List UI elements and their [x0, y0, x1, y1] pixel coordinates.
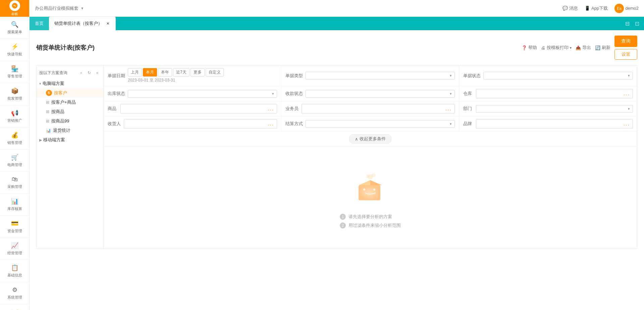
sidebar-item-ecommerce[interactable]: 🛒 电商管理	[0, 150, 29, 172]
refresh-icon: 🔄	[595, 45, 600, 50]
filter-row-4: 收货人 ... 结算方式 ▾	[104, 116, 637, 132]
brand-select[interactable]: ...	[476, 119, 633, 128]
order-type-select[interactable]: ▾	[306, 72, 455, 80]
app-download-icon: 📱	[585, 6, 590, 11]
tree-mobile-group[interactable]: ▶ 移动端方案	[37, 135, 103, 145]
settings-button[interactable]: 设置	[614, 49, 637, 60]
warehouse-select[interactable]: ...	[476, 89, 633, 98]
date-label: 单据日期	[108, 73, 125, 79]
tab-sales-report[interactable]: 销货单统计表（按客户） ✕	[49, 17, 116, 30]
order-type-label: 单据类型	[285, 73, 303, 79]
tree-item-by-goods-99[interactable]: ⊞ 按商品99	[37, 116, 103, 126]
sidebar-item-search[interactable]: 🔍 搜索菜单	[0, 17, 29, 39]
warehouse-dots: ...	[624, 91, 630, 97]
sidebar-item-enterprise[interactable]: 🤝 企业协同	[0, 304, 29, 310]
date-btn-custom[interactable]: 自定义	[206, 68, 224, 76]
sidebar-item-inventory[interactable]: 📊 库存核算	[0, 194, 29, 216]
refresh-label: 刷新	[602, 45, 610, 51]
tab-bar: 首页 销货单统计表（按客户） ✕ ⊟ ⊡	[30, 17, 644, 30]
left-tree-panel: 按以下方案查询 ＋ ↻ « ▾ 电脑端方案 客 按客户	[37, 65, 104, 249]
tab-minimize-btn[interactable]: ⊟	[623, 19, 632, 28]
empty-tip-1: 1 请先选择要分析的方案	[340, 214, 401, 220]
app-download-label: App下载	[591, 5, 608, 11]
date-btn-last7[interactable]: 近7天	[173, 68, 190, 76]
tree-item-by-goods[interactable]: ⊞ 按商品	[37, 107, 103, 116]
help-btn[interactable]: ❓ 帮助	[522, 45, 537, 51]
goods-select[interactable]: ...	[120, 104, 277, 113]
collapse-row[interactable]: ∧ 收起更多条件	[104, 132, 637, 147]
salesman-dots: ...	[445, 106, 452, 112]
date-btn-thisyear[interactable]: 本年	[158, 68, 172, 76]
sidebar-item-inventory-label: 库存核算	[7, 206, 22, 211]
sidebar-item-finance[interactable]: 💳 资金管理	[0, 216, 29, 238]
sidebar-item-wholesale[interactable]: 📦 批发管理	[0, 83, 29, 105]
sidebar-item-purchase[interactable]: 🛍 采购管理	[0, 172, 29, 194]
add-scheme-btn[interactable]: ＋	[78, 69, 85, 76]
print-dropdown-icon: ▾	[570, 46, 572, 50]
empty-state: 1 请先选择要分析的方案 2 用过滤条件来缩小分析范围	[104, 147, 637, 249]
refresh-scheme-btn[interactable]: ↻	[86, 69, 93, 76]
purchase-icon: 🛍	[12, 176, 18, 183]
tree-item-customer-goods[interactable]: ⊞ 按客户+商品	[37, 98, 103, 107]
sidebar-item-basicinfo[interactable]: 📋 基础信息	[0, 260, 29, 282]
sidebar-item-retail[interactable]: 🏪 零售管理	[0, 61, 29, 83]
tree-item-return-stats[interactable]: 📊 退货统计	[37, 126, 103, 135]
receiver-select[interactable]: ...	[124, 119, 277, 128]
avatar: Ea	[614, 4, 624, 13]
sidebar-item-operation[interactable]: 📈 经营管理	[0, 238, 29, 260]
order-status-select[interactable]: ▾	[483, 72, 633, 80]
dept-arrow: ▾	[628, 107, 630, 111]
empty-tips: 1 请先选择要分析的方案 2 用过滤条件来缩小分析范围	[340, 214, 401, 228]
content: 销货单统计表(按客户) ❓ 帮助 🖨 按模板打印 ▾ 📤 导出	[30, 30, 644, 310]
payment-select[interactable]: ▾	[306, 120, 455, 128]
tree-desktop-label: 电脑端方案	[43, 81, 64, 87]
date-options: 上月 本月 本年 近7天 更多 自定义 2023-03-01 至 2023-03…	[128, 68, 272, 83]
system-icon: ⚙	[12, 286, 17, 294]
tree-desktop-group[interactable]: ▾ 电脑端方案	[37, 79, 103, 88]
tree-item-by-customer-label: 按客户	[54, 90, 67, 96]
date-btn-more[interactable]: 更多	[191, 68, 205, 76]
logo[interactable]: 标账	[0, 0, 29, 17]
export-btn[interactable]: 📤 导出	[576, 45, 591, 51]
collapse-panel-btn[interactable]: «	[94, 69, 101, 76]
sidebar-item-sales[interactable]: 💰 销售管理	[0, 127, 29, 150]
wholesale-icon: 📦	[11, 87, 18, 95]
tab-maximize-btn[interactable]: ⊡	[633, 19, 641, 28]
tree-item-by-customer[interactable]: 客 按客户	[37, 88, 103, 98]
print-btn[interactable]: 🖨 按模板打印 ▾	[541, 45, 572, 51]
sidebar-item-ecommerce-label: 电商管理	[7, 162, 22, 167]
message-icon: 💬	[562, 6, 568, 11]
out-status-select[interactable]: ▾	[128, 90, 277, 98]
tree-arrow-down: ▾	[39, 82, 41, 86]
filter-row-2: 出库状态 ▾ 收款状态 ▾	[104, 86, 637, 101]
dept-select[interactable]: ▾	[476, 105, 633, 113]
sidebar-item-quicknav[interactable]: ⚡ 快捷导航	[0, 39, 29, 61]
table-icon-1: ⊞	[46, 100, 49, 105]
filter-goods: 商品 ...	[104, 101, 281, 116]
sidebar-item-marketing[interactable]: 📢 营销推广	[0, 105, 29, 127]
receipt-status-select[interactable]: ▾	[306, 90, 455, 98]
date-btn-thismonth[interactable]: 本月	[143, 68, 157, 76]
industry-dropdown-icon[interactable]: ▾	[81, 6, 84, 11]
industry-label: 办公用品行业模拟账套	[35, 5, 78, 11]
salesman-select[interactable]: ...	[302, 104, 455, 113]
tab-close-icon[interactable]: ✕	[105, 21, 110, 26]
sidebar-item-wholesale-label: 批发管理	[7, 96, 22, 101]
query-button[interactable]: 查询	[614, 36, 637, 47]
sidebar: 标账 🔍 搜索菜单 ⚡ 快捷导航 🏪 零售管理 📦 批发管理 📢 营销推广 💰 …	[0, 0, 30, 310]
app-download-btn[interactable]: 📱 App下载	[585, 5, 608, 11]
tree-item-by-goods-label: 按商品	[51, 109, 64, 115]
page-actions: ❓ 帮助 🖨 按模板打印 ▾ 📤 导出 🔄 刷新	[522, 36, 637, 60]
message-btn[interactable]: 💬 消息	[562, 5, 578, 11]
quicknav-icon: ⚡	[11, 43, 18, 50]
brand-dots: ...	[624, 121, 630, 127]
user-profile[interactable]: Ea demo2	[614, 4, 639, 13]
page-content: 销货单统计表(按客户) ❓ 帮助 🖨 按模板打印 ▾ 📤 导出	[30, 30, 644, 310]
left-panel-header: 按以下方案查询 ＋ ↻ «	[37, 68, 103, 78]
date-btn-lastmonth[interactable]: 上月	[128, 68, 142, 76]
sidebar-item-system[interactable]: ⚙ 系统管理	[0, 282, 29, 304]
filter-receiver: 收货人 ...	[104, 116, 281, 131]
collapse-btn[interactable]: ∧ 收起更多条件	[349, 134, 391, 144]
tab-home[interactable]: 首页	[30, 17, 49, 30]
refresh-btn[interactable]: 🔄 刷新	[595, 45, 610, 51]
